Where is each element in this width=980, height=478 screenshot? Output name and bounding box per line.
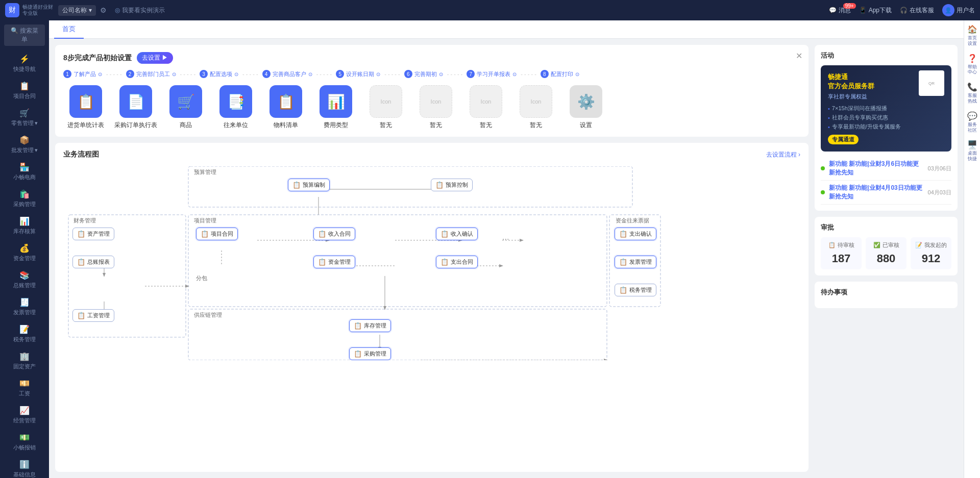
- approval-pending[interactable]: 📋 待审核 187: [821, 237, 862, 269]
- quick-icon-instock[interactable]: 📋 进货单统计表: [63, 85, 108, 130]
- quick-icon-partner[interactable]: 📑 往来单位: [213, 85, 258, 130]
- settings-icon[interactable]: ⚙: [100, 6, 107, 14]
- approved-count: 880: [870, 252, 902, 265]
- flow-settings-link[interactable]: 去设置流程 ›: [766, 150, 800, 159]
- tab-bar: 首页: [49, 20, 964, 39]
- flow-node-budget-control[interactable]: 📋 预算编制: [288, 179, 330, 191]
- setup-header: 8步完成产品初始设置 去设置 ▶: [63, 52, 800, 64]
- quick-icon-none2[interactable]: Icon 暂无: [413, 85, 458, 130]
- sidebar-item-retail[interactable]: 🛒 零售管理 ▾: [0, 104, 49, 131]
- flow-node-salary-mgmt[interactable]: 📋 工资管理: [72, 309, 114, 322]
- sidebar-item-invoice[interactable]: 🧾 发票管理: [0, 293, 49, 320]
- step-6[interactable]: 6 完善期初 ⊙: [404, 70, 443, 78]
- message-button[interactable]: 💬 消息 99+: [829, 6, 851, 15]
- flow-node-expense-confirm[interactable]: 📋 支出合同: [436, 256, 478, 268]
- none4-icon-box: Icon: [520, 85, 552, 118]
- salary-icon: 💴: [19, 379, 30, 388]
- right-sidebar-desktop[interactable]: 🖥️ 桌面快捷: [967, 140, 977, 162]
- setup-title: 8步完成产品初始设置: [63, 54, 132, 63]
- news-dot-1: [821, 166, 825, 170]
- step-2[interactable]: 2 完善部门员工 ⊙: [126, 70, 176, 78]
- quick-icon-purchaseorder[interactable]: 📄 采购订单执行表: [113, 85, 158, 130]
- flow-node-income-contract[interactable]: 📋 收入合同: [313, 228, 355, 240]
- sidebar-item-wholesale[interactable]: 📦 批发管理 ▾: [0, 131, 49, 158]
- logo-icon: 财: [5, 3, 19, 17]
- activity-btn[interactable]: 专属通道: [828, 135, 859, 144]
- quick-icon-exptype[interactable]: 📊 费用类型: [313, 85, 358, 130]
- inventory-mgmt-icon: 📋: [354, 322, 362, 330]
- subcontract-label: 分包: [196, 274, 207, 282]
- top-right-actions: 💬 消息 99+ 📱 App下载 🎧 在线客服 👤 用户名: [829, 4, 975, 16]
- flow-node-inventory-mgmt[interactable]: 📋 库存管理: [349, 319, 391, 332]
- sidebar-item-ledger[interactable]: 📚 总账管理: [0, 266, 49, 293]
- quick-icon-none3[interactable]: Icon 暂无: [463, 85, 508, 130]
- capital-mgmt-icon: 📋: [619, 230, 627, 238]
- step-8[interactable]: 8 配置打印 ⊙: [541, 70, 579, 78]
- headset-icon: 🎧: [900, 7, 908, 14]
- desktop-shortcut-icon: 🖥️: [967, 140, 977, 149]
- step-3[interactable]: 3 配置选项 ⊙: [200, 70, 238, 78]
- tab-home[interactable]: 首页: [54, 20, 84, 39]
- sidebar-item-salary[interactable]: 💴 工资: [0, 374, 49, 401]
- invoice-mgmt-icon: 📋: [619, 258, 627, 266]
- step-1[interactable]: 1 了解产品 ⊙: [63, 70, 102, 78]
- assets-icon: 🏢: [19, 351, 30, 361]
- demo-link[interactable]: ◎ 我要看实例演示: [115, 6, 165, 15]
- app-download-button[interactable]: 📱 App下载: [859, 6, 892, 15]
- quick-icon-bom[interactable]: 📋 物料清单: [263, 85, 308, 130]
- wholesale-icon: 📦: [19, 135, 30, 145]
- activity-card: 活动 畅捷通官方会员服务群 享社群专属权益 QR 7×15h深圳问在播报播 社群…: [815, 45, 958, 211]
- project-contract-icon: 📋: [201, 230, 209, 238]
- flow-node-project-contract[interactable]: 📋 项目合同: [196, 228, 238, 240]
- sidebar-item-basic[interactable]: ℹ️ 基础信息: [0, 456, 49, 478]
- inventory-icon: 📊: [19, 216, 30, 226]
- search-menu-box[interactable]: 🔍 搜索菜单: [4, 24, 45, 46]
- budget-group-label: 预算管理: [192, 168, 218, 176]
- avatar: 👤: [942, 4, 954, 16]
- user-avatar[interactable]: 👤 用户名: [942, 4, 975, 16]
- flow-node-asset-mgmt[interactable]: 📋 资产管理: [72, 228, 114, 240]
- flow-node-income-confirm[interactable]: 📋 收入确认: [436, 228, 478, 240]
- capital-group-label: 资金往来票据: [614, 217, 651, 224]
- right-sidebar-community[interactable]: 💬 服务社区: [967, 111, 977, 133]
- online-service-button[interactable]: 🎧 在线客服: [900, 6, 934, 15]
- sidebar-item-tax[interactable]: 📝 税务管理: [0, 320, 49, 347]
- flow-node-expense-contract[interactable]: 📋 资金管理: [313, 256, 355, 268]
- close-setup-button[interactable]: ✕: [796, 51, 802, 61]
- flow-node-capital-mgmt[interactable]: 📋 支出确认: [615, 228, 656, 240]
- right-sidebar-hotline[interactable]: 📞 客服热线: [967, 82, 977, 104]
- flow-node-budget-ctrl2[interactable]: 📋 预算控制: [431, 179, 473, 191]
- sidebar-item-purchase[interactable]: 🛍️ 采购管理: [0, 185, 49, 212]
- step-4[interactable]: 4 完善商品客户 ⊙: [262, 70, 312, 78]
- sidebar-item-finance[interactable]: 💰 资金管理: [0, 239, 49, 266]
- approval-approved[interactable]: ✅ 已审核 880: [866, 237, 906, 269]
- approval-mysubmit[interactable]: 📝 我发起的 912: [911, 237, 951, 269]
- content-left: 8步完成产品初始设置 去设置 ▶ ✕ 1 了解产品 ⊙ - - - - -: [55, 45, 808, 472]
- flow-node-tax-mgmt[interactable]: 📋 税务管理: [615, 284, 656, 296]
- step-7[interactable]: 7 学习开单报表 ⊙: [467, 70, 517, 78]
- sidebar-item-inventory[interactable]: 📊 库存核算: [0, 212, 49, 239]
- ledger-icon: 📋: [77, 258, 85, 266]
- flow-node-purchase-mgmt[interactable]: 📋 采购管理: [349, 347, 391, 360]
- quick-icon-goods[interactable]: 🛒 商品: [163, 85, 208, 130]
- sidebar-item-assets[interactable]: 🏢 固定资产: [0, 347, 49, 374]
- logo-text: 畅捷通好业财 专业版: [22, 4, 53, 16]
- flow-node-invoice-mgmt[interactable]: 📋 发票管理: [615, 256, 656, 268]
- sidebar-search-area[interactable]: 🔍 搜索菜单: [0, 20, 49, 50]
- quick-icon-none1[interactable]: Icon 暂无: [363, 85, 408, 130]
- right-sidebar-help[interactable]: ❓ 帮助中心: [967, 54, 977, 76]
- sidebar-item-quicknav[interactable]: ⚡ 快捷导航: [0, 50, 49, 77]
- invoice-icon: 🧾: [19, 297, 30, 307]
- company-selector[interactable]: 公司名称 ▾: [58, 5, 96, 16]
- step-5[interactable]: 5 设开账日期 ⊙: [336, 70, 380, 78]
- quick-icon-settings[interactable]: ⚙️ 设置: [564, 85, 608, 130]
- sidebar-item-ecommerce[interactable]: 🏪 小畅电商: [0, 158, 49, 185]
- right-sidebar-home[interactable]: 🏠 首页设置: [967, 24, 977, 46]
- sidebar-item-project[interactable]: 📋 项目合同: [0, 77, 49, 104]
- go-settings-button[interactable]: 去设置 ▶: [137, 52, 173, 64]
- sidebar-item-operations[interactable]: 📈 经营管理: [0, 401, 49, 429]
- flow-node-ledger-report[interactable]: 📋 总账报表: [72, 256, 114, 268]
- sidebar-item-expense[interactable]: 💵 小畅报销: [0, 429, 49, 456]
- step-circle-icon: ⊙: [308, 71, 312, 77]
- quick-icon-none4[interactable]: Icon 暂无: [513, 85, 558, 130]
